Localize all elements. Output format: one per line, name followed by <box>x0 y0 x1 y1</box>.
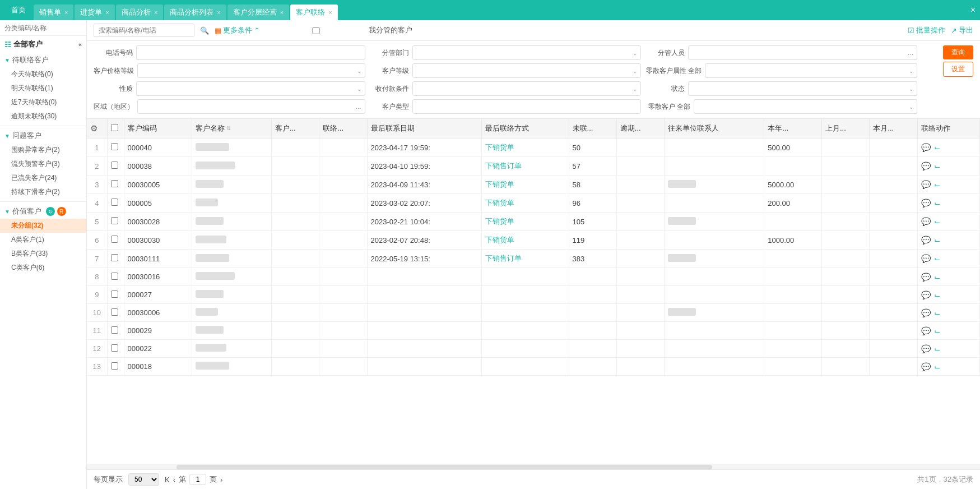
filter-retail-attr-select[interactable]: ⌄ <box>705 63 917 78</box>
reset-btn[interactable]: 设置 <box>943 62 973 77</box>
row-checkbox[interactable] <box>111 236 118 243</box>
chat-icon[interactable]: 💬 <box>921 326 931 335</box>
contact-method-link[interactable]: 下销售订单 <box>485 162 522 170</box>
sidebar-item-tomorrow[interactable]: 明天待联络(1) <box>0 81 86 95</box>
sidebar-item-churned[interactable]: 已流失客户(24) <box>0 171 86 185</box>
my-customers-checkbox[interactable]: 我分管的客户 <box>266 25 412 35</box>
horizontal-scrollbar[interactable] <box>87 464 980 469</box>
query-btn[interactable]: 查询 <box>943 45 973 59</box>
batch-op-btn[interactable]: ☑ 批量操作 <box>908 25 945 35</box>
grid-action-icon[interactable]: ⌙ <box>934 180 941 189</box>
row-checkbox[interactable] <box>111 344 118 352</box>
close-icon[interactable]: × <box>280 9 284 16</box>
grid-action-icon[interactable]: ⌙ <box>934 217 941 226</box>
sidebar-item-today[interactable]: 今天待联络(0) <box>0 67 86 81</box>
chat-icon[interactable]: 💬 <box>921 217 931 226</box>
filter-retail-select[interactable]: ⌄ <box>694 99 917 114</box>
chat-icon[interactable]: 💬 <box>921 344 931 353</box>
more-conditions-btn[interactable]: ▦ 更多条件 ⌃ <box>215 25 260 35</box>
collapse-icon[interactable]: « <box>78 41 82 48</box>
tab-purchase[interactable]: 进货单 × <box>75 4 114 20</box>
search-input[interactable] <box>94 24 194 37</box>
grid-action-icon[interactable]: ⌙ <box>934 362 941 371</box>
sidebar-all-customers[interactable]: ☷ 全部客户 « <box>0 36 86 53</box>
close-icon[interactable]: × <box>105 9 109 16</box>
close-icon[interactable]: × <box>154 9 157 16</box>
contact-method-link[interactable]: 下销售订单 <box>485 254 522 262</box>
chat-icon[interactable]: 💬 <box>921 199 931 207</box>
row-checkbox[interactable] <box>111 326 118 334</box>
contact-method-link[interactable]: 下销货单 <box>485 180 514 188</box>
chat-icon[interactable]: 💬 <box>921 143 931 152</box>
filter-customer-level-select[interactable]: ⌄ <box>412 63 642 78</box>
my-customers-check[interactable] <box>266 27 366 34</box>
scrollbar-thumb[interactable] <box>177 465 712 469</box>
tab-product-analysis[interactable]: 商品分析 × <box>116 4 163 20</box>
row-checkbox[interactable] <box>111 254 118 261</box>
row-checkbox[interactable] <box>111 362 118 370</box>
sidebar-search-input[interactable] <box>4 24 87 32</box>
sidebar-item-churn-warning[interactable]: 流失预警客户(3) <box>0 157 86 171</box>
contact-method-link[interactable]: 下销货单 <box>485 143 514 151</box>
grid-action-icon[interactable]: ⌙ <box>934 199 941 207</box>
filter-status-select[interactable]: ⌄ <box>688 81 917 96</box>
value-refresh-icon[interactable]: ↻ <box>46 207 55 216</box>
chat-icon[interactable]: 💬 <box>921 362 931 371</box>
row-checkbox[interactable] <box>111 273 118 280</box>
filter-price-level-select[interactable]: ⌄ <box>137 63 365 78</box>
sort-icon[interactable]: ⇅ <box>226 126 231 131</box>
contact-method-link[interactable]: 下销货单 <box>485 217 514 225</box>
sidebar-group-problem[interactable]: ▼ 问题客户 <box>0 128 86 143</box>
tab-sales[interactable]: 销售单 × <box>34 4 73 20</box>
grid-action-icon[interactable]: ⌙ <box>934 308 941 317</box>
window-close-icon[interactable]: × <box>970 5 976 15</box>
prev-page-btn[interactable]: ‹ <box>173 476 175 484</box>
sidebar-item-a-class[interactable]: A类客户(1) <box>0 233 86 247</box>
grid-action-icon[interactable]: ⌙ <box>934 162 941 170</box>
chat-icon[interactable]: 💬 <box>921 273 931 282</box>
export-btn[interactable]: ↗ 导出 <box>951 25 973 35</box>
grid-action-icon[interactable]: ⌙ <box>934 344 941 353</box>
first-page-btn[interactable]: K <box>165 476 170 484</box>
page-size-select[interactable]: 50 20 100 <box>128 473 159 486</box>
chat-icon[interactable]: 💬 <box>921 180 931 189</box>
select-all-checkbox[interactable] <box>111 124 118 131</box>
grid-action-icon[interactable]: ⌙ <box>934 236 941 245</box>
next-page-btn[interactable]: › <box>220 476 222 484</box>
sidebar-item-ungroup[interactable]: 未分组(32) <box>0 219 86 233</box>
grid-action-icon[interactable]: ⌙ <box>934 273 941 282</box>
chat-icon[interactable]: 💬 <box>921 308 931 317</box>
chat-icon[interactable]: 💬 <box>921 162 931 170</box>
page-input[interactable] <box>189 474 206 485</box>
sidebar-item-b-class[interactable]: B类客户(33) <box>0 247 86 261</box>
tab-product-analysis-list[interactable]: 商品分析列表 × <box>164 4 226 20</box>
grid-action-icon[interactable]: ⌙ <box>934 326 941 335</box>
settings-icon[interactable]: ⚙ <box>90 123 97 133</box>
sidebar-item-c-class[interactable]: C类客户(6) <box>0 261 86 275</box>
tab-home[interactable]: 首页 <box>4 0 32 20</box>
sidebar-item-7days[interactable]: 近7天待联络(0) <box>0 95 86 109</box>
row-checkbox[interactable] <box>111 308 118 316</box>
sidebar-group-waiting[interactable]: ▼ 待联络客户 <box>0 53 86 67</box>
chat-icon[interactable]: 💬 <box>921 236 931 245</box>
sidebar-group-value[interactable]: ▼ 价值客户 ↻ R <box>0 204 86 219</box>
contact-method-link[interactable]: 下销货单 <box>485 236 514 244</box>
chat-icon[interactable]: 💬 <box>921 254 931 263</box>
close-icon[interactable]: × <box>64 9 68 16</box>
filter-region-input[interactable]: ... <box>137 99 365 114</box>
filter-payment-select[interactable]: ⌄ <box>412 81 642 96</box>
filter-type-input[interactable] <box>412 99 642 114</box>
filter-manager-input[interactable]: ... <box>688 45 917 60</box>
row-checkbox[interactable] <box>111 199 118 206</box>
contact-method-link[interactable]: 下销货单 <box>485 199 514 207</box>
row-checkbox[interactable] <box>111 180 118 187</box>
row-checkbox[interactable] <box>111 217 118 224</box>
row-checkbox[interactable] <box>111 162 118 169</box>
grid-action-icon[interactable]: ⌙ <box>934 254 941 263</box>
grid-action-icon[interactable]: ⌙ <box>934 290 941 299</box>
filter-phone-input[interactable] <box>136 45 365 60</box>
close-icon[interactable]: × <box>328 9 332 16</box>
grid-action-icon[interactable]: ⌙ <box>934 143 941 152</box>
sidebar-item-abnormal[interactable]: 囤购异常客户(2) <box>0 143 86 157</box>
tab-customer-segment[interactable]: 客户分层经营 × <box>227 4 289 20</box>
